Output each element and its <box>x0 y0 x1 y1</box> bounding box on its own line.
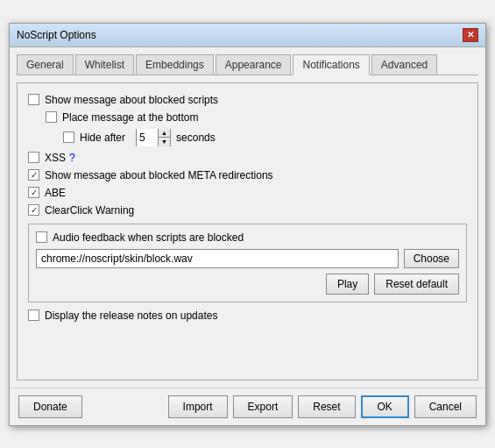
reset-button[interactable]: Reset <box>298 395 355 418</box>
hide-after-row: Hide after ▲ ▼ seconds <box>63 129 467 146</box>
show-meta-checkbox[interactable] <box>28 169 39 181</box>
clearclick-label: ClearClick Warning <box>45 204 134 217</box>
hide-after-checkbox[interactable] <box>63 132 74 143</box>
content-area: General Whitelist Embeddings Appearance … <box>10 47 485 388</box>
donate-button[interactable]: Donate <box>18 395 82 418</box>
cancel-button[interactable]: Cancel <box>414 395 477 418</box>
audio-feedback-row: Audio feedback when scripts are blocked <box>36 231 459 244</box>
choose-button[interactable]: Choose <box>404 249 459 268</box>
audio-section: Audio feedback when scripts are blocked … <box>28 224 467 302</box>
tab-notifications[interactable]: Notifications <box>293 54 369 75</box>
title-bar: NoScript Options ✕ <box>10 24 485 47</box>
place-bottom-checkbox[interactable] <box>46 111 57 123</box>
abe-row: ABE <box>28 187 467 199</box>
abe-label: ABE <box>45 187 66 199</box>
tab-embeddings[interactable]: Embeddings <box>136 54 214 75</box>
release-notes-label: Display the release notes on updates <box>45 309 217 322</box>
show-blocked-scripts-checkbox[interactable] <box>28 94 39 105</box>
tab-whitelist[interactable]: Whitelist <box>75 54 134 75</box>
footer-left-buttons: Donate <box>18 395 82 418</box>
xss-help-link[interactable]: ? <box>69 152 75 164</box>
release-notes-row: Display the release notes on updates <box>28 309 467 322</box>
show-blocked-scripts-row: Show message about blocked scripts <box>28 94 467 106</box>
footer: Donate Import Export Reset OK Cancel <box>10 388 485 425</box>
seconds-label: seconds <box>176 132 216 144</box>
ok-button[interactable]: OK <box>361 395 409 418</box>
tab-appearance[interactable]: Appearance <box>216 54 292 75</box>
footer-right-buttons: Import Export Reset OK Cancel <box>168 395 477 418</box>
audio-feedback-checkbox[interactable] <box>36 231 47 243</box>
audio-buttons-row: Play Reset default <box>36 274 459 295</box>
play-button[interactable]: Play <box>326 274 369 295</box>
show-meta-label: Show message about blocked META redirect… <box>45 169 273 181</box>
show-blocked-scripts-label: Show message about blocked scripts <box>45 94 218 106</box>
show-meta-row: Show message about blocked META redirect… <box>28 169 467 181</box>
hide-after-label: Hide after <box>80 132 125 144</box>
clearclick-row: ClearClick Warning <box>28 204 467 217</box>
audio-feedback-label: Audio feedback when scripts are blocked <box>53 231 244 244</box>
notifications-panel: Show message about blocked scripts Place… <box>17 82 478 380</box>
xss-label: XSS <box>45 152 66 164</box>
abe-checkbox[interactable] <box>28 187 39 198</box>
export-button[interactable]: Export <box>233 395 293 418</box>
window-title: NoScript Options <box>17 29 96 41</box>
spinner-controls: ▲ ▼ <box>158 129 170 146</box>
xss-row: XSS ? <box>28 152 467 164</box>
clearclick-checkbox[interactable] <box>28 204 39 216</box>
spinner-up[interactable]: ▲ <box>159 129 170 139</box>
spinner-down[interactable]: ▼ <box>159 138 170 146</box>
tab-bar: General Whitelist Embeddings Appearance … <box>17 54 478 75</box>
tab-general[interactable]: General <box>17 54 74 75</box>
hide-after-input[interactable] <box>137 129 158 146</box>
xss-checkbox[interactable] <box>28 152 39 163</box>
reset-default-button[interactable]: Reset default <box>374 274 459 295</box>
main-window: NoScript Options ✕ General Whitelist Emb… <box>9 23 486 426</box>
release-notes-checkbox[interactable] <box>28 309 39 321</box>
tab-advanced[interactable]: Advanced <box>371 54 437 75</box>
audio-path-input[interactable] <box>36 249 399 268</box>
audio-input-row: Choose <box>36 249 459 268</box>
place-bottom-label: Place message at the bottom <box>62 111 198 124</box>
place-bottom-row: Place message at the bottom <box>46 111 467 124</box>
hide-after-spinner: ▲ ▼ <box>136 129 171 146</box>
close-button[interactable]: ✕ <box>463 28 478 42</box>
import-button[interactable]: Import <box>168 395 228 418</box>
